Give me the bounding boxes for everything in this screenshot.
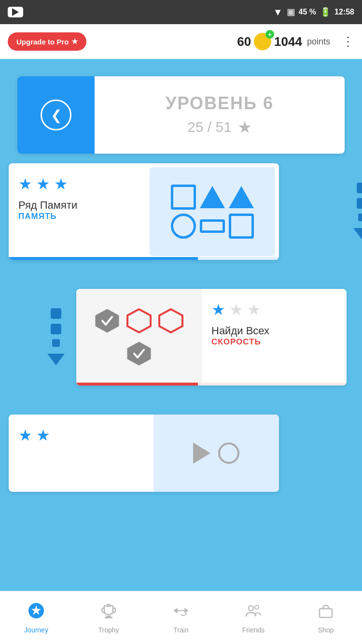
journey-icon	[28, 602, 45, 623]
card1-progress-fill	[9, 257, 198, 260]
hex-red-2	[157, 307, 184, 334]
hexagons-row-2	[125, 340, 153, 367]
signal-icon: ▣	[287, 7, 295, 17]
dot-3	[358, 214, 362, 221]
back-button[interactable]: ❮	[17, 76, 95, 154]
shape-square-2	[229, 214, 254, 239]
svg-marker-1	[127, 309, 151, 332]
shapes-grid	[171, 185, 254, 239]
bottom-nav: Journey Trophy	[0, 591, 362, 644]
upgrade-button[interactable]: Upgrade to Pro ★	[8, 32, 86, 51]
shape-square-1	[171, 185, 196, 210]
card2-progress-bar	[76, 383, 347, 386]
svg-marker-0	[96, 309, 119, 332]
card1-container: ★ ★ ★ Ряд Памяти ПАМЯТЬ	[9, 163, 353, 260]
youtube-icon	[8, 7, 23, 17]
card3-stars: ★ ★	[18, 426, 144, 444]
svg-point-15	[249, 606, 253, 611]
card3[interactable]: ★ ★	[9, 415, 279, 492]
svg-point-16	[255, 605, 259, 609]
hex-red-1	[125, 307, 153, 334]
card2-star-filled: ★	[211, 301, 225, 319]
card1-star-3: ★	[54, 175, 68, 193]
nav-journey-label: Journey	[24, 626, 48, 634]
card2-container: ★ ★ ★ Найди Всех СКОРОСТЬ	[9, 289, 353, 386]
card2-name: Найди Всех	[211, 325, 337, 337]
nav-train[interactable]: Train	[145, 591, 217, 644]
svg-point-14	[185, 613, 187, 615]
svg-marker-2	[159, 309, 182, 332]
level-title: УРОВЕНЬ 6	[166, 93, 274, 114]
exercises-area: ★ ★ ★ Ряд Памяти ПАМЯТЬ	[0, 154, 362, 492]
nav-friends[interactable]: Friends	[217, 591, 290, 644]
level-section: ❮ УРОВЕНЬ 6 25 / 51 ★	[0, 59, 362, 154]
nav-shop[interactable]: Shop	[290, 591, 362, 644]
level-progress: 25 / 51 ★	[187, 117, 252, 137]
connector-right-1	[353, 183, 362, 240]
coin-plus-icon: +	[265, 30, 274, 39]
memory-card[interactable]: ★ ★ ★ Ряд Памяти ПАМЯТЬ	[9, 163, 279, 260]
nav-friends-label: Friends	[242, 626, 265, 634]
train-icon	[172, 602, 190, 623]
top-bar: Upgrade to Pro ★ 60 + 1044 points ⋮	[0, 24, 362, 59]
wifi-icon: ▼	[273, 7, 283, 18]
trophy-icon	[100, 602, 117, 623]
nav-journey[interactable]: Journey	[0, 591, 72, 644]
time-display: 12:58	[334, 8, 354, 16]
level-info: УРОВЕНЬ 6 25 / 51 ★	[95, 76, 345, 154]
status-bar-right: ▼ ▣ 45 % 🔋 12:58	[273, 7, 354, 18]
menu-button[interactable]: ⋮	[342, 34, 354, 49]
level-card: ❮ УРОВЕНЬ 6 25 / 51 ★	[17, 76, 345, 154]
card3-star-2: ★	[36, 426, 50, 444]
svg-rect-13	[184, 608, 186, 613]
card1-stars: ★ ★ ★	[18, 175, 136, 193]
dot-6	[52, 339, 60, 347]
nav-trophy-label: Trophy	[98, 626, 119, 634]
card2-stars: ★ ★ ★	[211, 301, 337, 319]
card2-star-empty-2: ★	[247, 301, 261, 319]
hex-checked-gray-2	[125, 340, 153, 367]
card2-star-empty-1: ★	[229, 301, 243, 319]
svg-rect-7	[105, 617, 112, 618]
coins-display: 60 + 1044 points	[237, 33, 330, 50]
dot-5	[51, 324, 61, 334]
coin-icon: +	[254, 33, 271, 50]
card2-preview	[76, 289, 202, 386]
battery-icon: 🔋	[320, 7, 331, 17]
nav-shop-label: Shop	[318, 626, 334, 634]
card1-tag: ПАМЯТЬ	[18, 212, 136, 221]
nav-train-label: Train	[173, 626, 188, 634]
friends-icon	[245, 602, 262, 623]
card2-tag: СКОРОСТЬ	[211, 337, 337, 347]
card1-progress-bar	[9, 257, 279, 260]
shop-icon	[317, 602, 334, 623]
card1-name: Ряд Памяти	[18, 199, 136, 212]
speed-card[interactable]: ★ ★ ★ Найди Всех СКОРОСТЬ	[76, 289, 347, 386]
shape-circle-1	[171, 214, 196, 239]
status-bar-left	[8, 7, 23, 17]
card2-right: ★ ★ ★ Найди Всех СКОРОСТЬ	[202, 289, 347, 386]
nav-trophy[interactable]: Trophy	[72, 591, 145, 644]
hex-checked-gray	[94, 307, 121, 334]
back-circle: ❮	[41, 100, 71, 130]
card1-star-2: ★	[36, 175, 50, 193]
card1-preview	[150, 167, 275, 256]
upgrade-star-icon: ★	[71, 37, 78, 46]
card3-preview	[153, 415, 279, 492]
shape-rect-1	[200, 214, 225, 239]
card3-left: ★ ★	[9, 415, 153, 492]
svg-rect-11	[177, 610, 185, 611]
shape-triangle-1	[200, 185, 225, 210]
dot-4	[51, 308, 61, 319]
level-progress-text: 25 / 51	[187, 119, 232, 135]
svg-rect-17	[320, 609, 332, 617]
points-label: points	[307, 37, 330, 47]
dot-1	[357, 183, 362, 193]
play-icon	[193, 443, 210, 464]
card1-left: ★ ★ ★ Ряд Памяти ПАМЯТЬ	[9, 163, 146, 260]
svg-rect-12	[176, 608, 178, 613]
dot-2	[357, 198, 362, 209]
points-count: 1044	[274, 34, 302, 49]
card1-star-1: ★	[18, 175, 32, 193]
battery-percent: 45 %	[299, 8, 316, 16]
